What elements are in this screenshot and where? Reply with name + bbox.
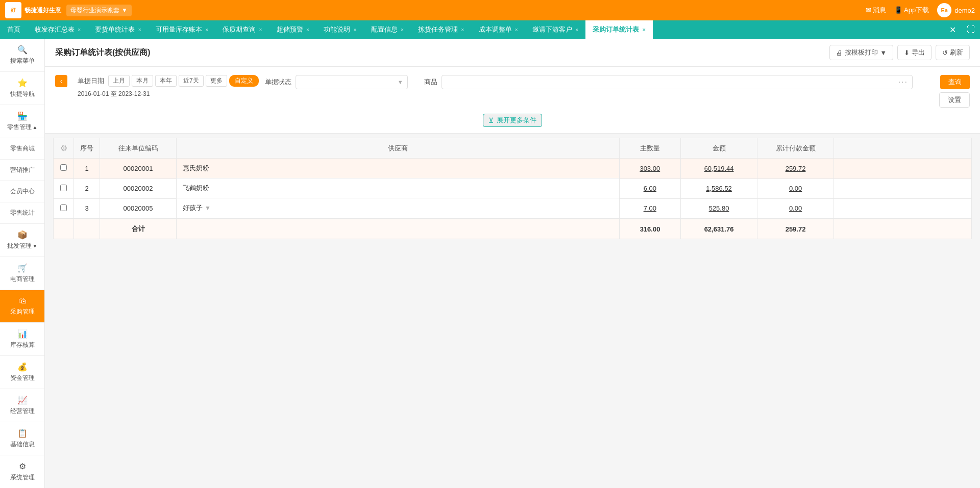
tab-peizhi[interactable]: 配置信息 × [364,20,411,39]
tab-label: 采购订单统计表 [593,25,639,34]
cell-amount[interactable]: 60,519.44 [681,159,757,179]
tab-yaohuodantongji[interactable]: 要货单统计表 × [88,20,148,39]
cell-paid[interactable]: 0.00 [757,198,834,219]
sidebar-item-finance[interactable]: 💰 资金管理 [0,356,44,389]
sidebar-item-ecommerce[interactable]: 🛒 电商管理 [0,257,44,290]
date-btn-last-month[interactable]: 上月 [108,75,130,87]
sidebar-item-ops[interactable]: 📈 经营管理 [0,389,44,422]
cell-qty[interactable]: 6.00 [620,178,681,198]
finance-icon: 💰 [17,362,28,372]
cell-seq: 3 [74,198,100,219]
sidebar-item-inventory[interactable]: 📊 库存核算 [0,323,44,356]
tab-chengbentiaozhen[interactable]: 成本调整单 × [472,20,525,39]
cell-code: 00020005 [100,198,177,219]
status-select[interactable]: ▼ [296,75,408,89]
cell-amount[interactable]: 1,586.52 [681,178,757,198]
sidebar-item-quicknav[interactable]: ⭐ 快捷导航 [0,72,44,105]
th-supplier: 供应商 [177,138,620,159]
footer-empty-settings [54,219,74,239]
cell-checkbox[interactable] [54,159,74,179]
account-selector[interactable]: 母婴行业演示账套 ▼ [66,5,132,16]
tab-shoufahuizong[interactable]: 收发存汇总表 × [28,20,88,39]
tab-close-icon[interactable]: × [575,27,578,33]
sidebar-item-member[interactable]: 会员中心 [0,181,44,202]
tab-gongnengshuo[interactable]: 功能说明 × [316,20,363,39]
cell-qty[interactable]: 7.00 [620,198,681,219]
data-table: ⚙ 序号 往来单位编码 供应商 主数量 金额 累计付款金额 1 00020001 [53,138,972,239]
sidebar-item-basic[interactable]: 📋 基础信息 [0,422,44,455]
tab-caigoudan[interactable]: 采购订单统计表 × [585,20,652,39]
tab-close-icon[interactable]: × [642,27,645,33]
th-empty [834,138,972,159]
sidebar-item-label: 电商管理 [10,275,35,284]
date-btn-more[interactable]: 更多 [206,75,227,87]
tab-baozhi[interactable]: 保质期查询 × [215,20,269,39]
sidebar-item-purchase[interactable]: 🛍 采购管理 [0,290,44,323]
cell-checkbox[interactable] [54,178,74,198]
th-paid: 累计付款金额 [757,138,834,159]
purchase-icon: 🛍 [18,296,27,305]
sidebar-item-system[interactable]: ⚙ 系统管理 [0,455,44,488]
cell-paid[interactable]: 0.00 [757,178,834,198]
cell-checkbox[interactable] [54,198,74,219]
tab-close-icon[interactable]: × [306,27,309,33]
wholesale-icon: 📦 [17,230,28,240]
sidebar-item-retail[interactable]: 🏪 零售管理 ▲ [0,105,44,138]
tab-chaochuyujing[interactable]: 超储预警 × [270,20,316,39]
cell-amount[interactable]: 525.80 [681,198,757,219]
tab-close-icon[interactable]: × [353,27,356,33]
tab-close-icon[interactable]: × [515,27,518,33]
expand-label: 展开更多条件 [497,116,536,125]
date-range-display: 2016-01-01 至 2023-12-31 [78,90,259,98]
export-button[interactable]: ⬇ 导出 [897,45,932,60]
tab-home[interactable]: 首页 [0,20,28,39]
cell-seq: 1 [74,159,100,179]
tab-close-icon[interactable]: × [401,27,404,33]
tab-fullscreen-btn[interactable]: ⛶ [962,20,980,39]
sidebar-item-wholesale[interactable]: 📦 批发管理 ▼ [0,224,44,257]
app-download-btn[interactable]: 📱 App下载 [894,6,929,15]
sidebar-item-search[interactable]: 🔍 搜索菜单 [0,39,44,72]
tab-close-icon[interactable]: × [205,27,208,33]
tab-close-icon[interactable]: × [138,27,141,33]
tab-label: 功能说明 [324,25,350,34]
ops-icon: 📈 [17,395,28,405]
cell-supplier: 飞鹤奶粉 [177,178,620,198]
message-btn[interactable]: ✉ 消息 [866,6,887,15]
date-btn-7days[interactable]: 近7天 [179,75,204,87]
filter-area: ‹ 单据日期 上月 本月 本年 近7天 更多 自定义 [45,67,980,134]
sidebar-item-retailshop[interactable]: 零售商城 [0,138,44,160]
sidebar-item-label: 批发管理 [7,242,32,250]
settings-button[interactable]: 设置 [939,92,970,108]
date-btn-this-month[interactable]: 本月 [132,75,153,87]
tab-close-icon[interactable]: × [259,27,262,33]
collapse-filter-btn[interactable]: ‹ [55,75,67,87]
tab-yaoqing[interactable]: 邀请下游客户 × [525,20,585,39]
sidebar-item-label: 零售管理 [7,123,32,132]
print-button[interactable]: 🖨 按模板打印 ▼ [829,45,893,60]
sidebar-item-marketing[interactable]: 营销推广 [0,160,44,181]
query-button[interactable]: 查询 [940,75,970,89]
tab-tuohuo[interactable]: 拣货任务管理 × [411,20,471,39]
tab-close-icon[interactable]: × [461,27,464,33]
table-area: ⚙ 序号 往来单位编码 供应商 主数量 金额 累计付款金额 1 00020001 [45,134,980,488]
cell-paid[interactable]: 259.72 [757,159,834,179]
date-btn-this-year[interactable]: 本年 [155,75,177,87]
filter-date-section: 单据日期 上月 本月 本年 近7天 更多 自定义 2016-01-01 至 [78,75,259,98]
tab-close-window-btn[interactable]: ✕ [943,20,962,39]
th-qty: 主数量 [620,138,681,159]
date-btn-custom[interactable]: 自定义 [229,75,259,87]
print-label: 按模板打印 [845,48,878,57]
column-settings-icon[interactable]: ⚙ [60,144,67,152]
expand-conditions-btn[interactable]: ⊻ 展开更多条件 [483,114,542,127]
goods-search-input[interactable]: ··· [442,75,913,89]
tab-close-icon[interactable]: × [78,27,81,33]
refresh-button[interactable]: ↺ 刷新 [936,45,970,60]
sidebar-item-label: 搜索菜单 [10,57,35,65]
tab-label: 保质期查询 [223,25,256,34]
sidebar-item-retailstat[interactable]: 零售统计 [0,202,44,224]
tab-keyongliang[interactable]: 可用量库存账本 × [149,20,215,39]
cell-qty[interactable]: 303.00 [620,159,681,179]
user-area[interactable]: Ea demo2 [937,3,975,17]
sidebar-item-label: 营销推广 [10,166,35,174]
